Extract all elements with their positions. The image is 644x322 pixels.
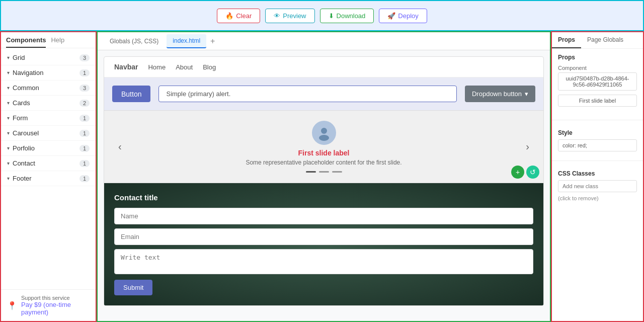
contact-name-input[interactable] — [114, 208, 533, 224]
chevron-icon: ▾ — [7, 100, 10, 106]
caret-icon: ▾ — [525, 90, 528, 98]
carousel-actions: + ↺ — [511, 166, 539, 179]
sidebar-tabs: Components Help — [1, 32, 96, 48]
preview-button[interactable]: 👁 Preview — [265, 9, 314, 23]
contact-submit-button[interactable]: Submit — [114, 280, 152, 295]
css-classes-section: CSS Classes (click to remove) — [552, 165, 643, 206]
component-id-label: Component — [558, 65, 637, 71]
contact-title: Contact title — [114, 193, 533, 202]
carousel-prev-button[interactable]: ‹ — [114, 137, 126, 156]
component-item-footer[interactable]: ▾ Footer 1 — [1, 171, 96, 186]
carousel-add-button[interactable]: + — [511, 166, 524, 179]
carousel-content: First slide label Some representative pl… — [126, 121, 522, 173]
component-item-grid[interactable]: ▾ Grid 3 — [1, 50, 96, 65]
chevron-icon: ▾ — [7, 145, 10, 151]
preview-primary-button[interactable]: Button — [112, 86, 150, 102]
carousel-dots — [126, 171, 522, 173]
tab-index[interactable]: index.html — [167, 34, 206, 48]
preview-navbar: Navbar Home About Blog — [104, 57, 543, 77]
carousel-dot[interactable] — [306, 171, 316, 173]
carousel-next-button[interactable]: › — [522, 137, 533, 156]
first-slide-label-input[interactable] — [558, 95, 637, 107]
chevron-icon: ▾ — [7, 85, 10, 91]
chevron-icon: ▾ — [7, 176, 10, 181]
component-item-common[interactable]: ▾ Common 3 — [1, 80, 96, 96]
component-item-porfolio[interactable]: ▾ Porfolio 1 — [1, 141, 96, 156]
carousel-section: ‹ First slide label Some — [104, 110, 543, 183]
sidebar-footer: 📍 Support this service Pay $9 (one-time … — [1, 289, 96, 321]
style-section-label: Style — [558, 129, 637, 136]
component-id-value: uuid75l0487b-d28b-4864-9c56-d69429f11065 — [558, 72, 637, 91]
eye-icon: 👁 — [274, 12, 280, 20]
left-sidebar: Components Help ▾ Grid 3 ▾ Navigation 1 — [0, 31, 97, 322]
download-button[interactable]: ⬇ Download — [320, 9, 374, 23]
svg-point-2 — [319, 135, 329, 141]
right-panel: Props Page Globals Props Component uuid7… — [551, 31, 644, 322]
carousel-edit-button[interactable]: ↺ — [526, 166, 539, 179]
preview-frame: Navbar Home About Blog Button Simple (pr… — [104, 56, 544, 306]
deploy-button[interactable]: 🚀 Deploy — [379, 9, 427, 23]
css-classes-label: CSS Classes — [558, 170, 637, 177]
style-section: Style color: red; — [552, 124, 643, 156]
component-item-contact[interactable]: ▾ Contact 1 — [1, 156, 96, 171]
props-section-label: Props — [558, 54, 637, 61]
button-alert-row: Button Simple (primary) alert. Dropdown … — [104, 77, 543, 110]
carousel-title: First slide label — [126, 149, 522, 157]
component-list: ▾ Grid 3 ▾ Navigation 1 ▾ Common — [1, 48, 96, 289]
chevron-icon: ▾ — [7, 115, 10, 121]
component-item-navigation[interactable]: ▾ Navigation 1 — [1, 65, 96, 80]
preview-alert: Simple (primary) alert. — [158, 86, 457, 102]
component-item-form[interactable]: ▾ Form 1 — [1, 111, 96, 126]
style-value[interactable]: color: red; — [558, 139, 637, 151]
svg-point-1 — [321, 128, 327, 134]
click-to-remove-hint: (click to remove) — [558, 195, 637, 201]
canvas-content: Navbar Home About Blog Button Simple (pr… — [98, 50, 550, 321]
component-item-cards[interactable]: ▾ Cards 2 — [1, 96, 96, 111]
rocket-icon: 🚀 — [387, 12, 395, 20]
tab-help[interactable]: Help — [51, 36, 64, 48]
download-icon: ⬇ — [329, 12, 334, 20]
clear-button[interactable]: 🔥 Clear — [217, 9, 260, 23]
contact-email-input[interactable] — [114, 228, 533, 245]
contact-section: Contact title Submit — [104, 183, 543, 305]
component-item-carousel[interactable]: ▾ Carousel 1 — [1, 126, 96, 141]
contact-message-input[interactable] — [114, 249, 533, 274]
tab-globals[interactable]: Globals (JS, CSS) — [104, 35, 165, 48]
carousel-dot[interactable] — [319, 171, 329, 173]
chevron-icon: ▾ — [7, 70, 10, 75]
tab-page-globals[interactable]: Page Globals — [581, 32, 629, 48]
carousel-avatar — [312, 121, 336, 145]
props-section: Props Component uuid75l0487b-d28b-4864-9… — [552, 49, 643, 116]
center-canvas: Globals (JS, CSS) index.html + Navbar Ho… — [97, 31, 551, 322]
location-icon: 📍 — [7, 301, 17, 310]
chevron-left-icon: ‹ — [118, 141, 122, 152]
toolbar: 🔥 Clear 👁 Preview ⬇ Download 🚀 Deploy — [0, 0, 644, 31]
canvas-tab-bar: Globals (JS, CSS) index.html + — [98, 32, 550, 50]
chevron-icon: ▾ — [7, 160, 10, 166]
add-tab-button[interactable]: + — [210, 37, 215, 46]
chevron-right-icon: › — [526, 141, 529, 152]
carousel-description: Some representative placeholder content … — [126, 159, 522, 166]
fire-icon: 🔥 — [225, 12, 233, 20]
tab-props[interactable]: Props — [552, 32, 581, 48]
preview-dropdown-button[interactable]: Dropdown button ▾ — [465, 86, 535, 102]
tab-components[interactable]: Components — [6, 36, 46, 48]
chevron-icon: ▾ — [7, 130, 10, 136]
chevron-icon: ▾ — [7, 55, 10, 60]
right-panel-tabs: Props Page Globals — [552, 32, 643, 49]
carousel-dot[interactable] — [332, 171, 342, 173]
user-avatar-icon — [315, 124, 333, 142]
add-class-input[interactable] — [558, 180, 637, 192]
